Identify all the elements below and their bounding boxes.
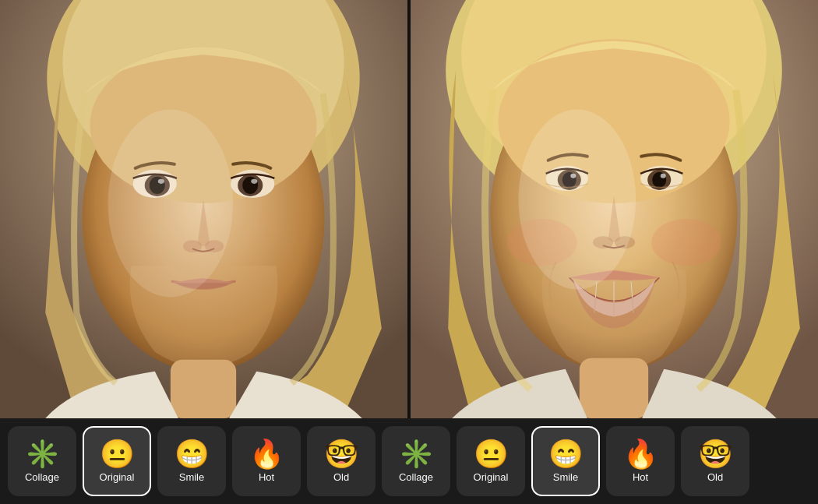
toolbar-item-smile-r[interactable]: 😁Smile	[531, 426, 600, 496]
toolbar-item-emoji: 🔥	[249, 440, 284, 468]
toolbar-item-emoji: 😐	[474, 440, 509, 468]
svg-rect-39	[580, 358, 648, 418]
toolbar: ✳️Collage😐Original😁Smile🔥Hot🤓Old✳️Collag…	[0, 418, 818, 504]
svg-point-17	[108, 110, 234, 298]
toolbar-item-emoji: 😁	[548, 440, 584, 468]
toolbar-item-label: Collage	[399, 471, 433, 483]
toolbar-item-label: Old	[707, 471, 723, 483]
toolbar-item-label: Old	[333, 471, 349, 483]
toolbar-item-original-r[interactable]: 😐Original	[457, 426, 525, 496]
images-container	[0, 0, 818, 418]
svg-point-40	[519, 110, 636, 290]
toolbar-item-emoji: ✳️	[25, 440, 60, 468]
svg-point-12	[242, 177, 258, 194]
toolbar-item-emoji: ✳️	[399, 440, 434, 468]
toolbar-item-emoji: 🤓	[324, 440, 359, 468]
toolbar-item-label: Hot	[633, 471, 648, 483]
toolbar-item-original-l[interactable]: 😐Original	[83, 426, 151, 496]
toolbar-item-label: Original	[100, 471, 135, 483]
toolbar-item-label: Smile	[553, 471, 579, 483]
toolbar-item-hot-l[interactable]: 🔥Hot	[232, 426, 301, 496]
svg-point-25	[651, 219, 721, 266]
toolbar-item-hot-r[interactable]: 🔥Hot	[606, 426, 675, 496]
toolbar-item-label: Hot	[259, 471, 274, 483]
svg-point-13	[251, 179, 257, 184]
toolbar-item-old-l[interactable]: 🤓Old	[307, 426, 376, 496]
toolbar-item-label: Original	[474, 471, 509, 483]
right-image-panel	[411, 0, 818, 418]
toolbar-item-emoji: 😁	[175, 440, 210, 468]
toolbar-item-old-r[interactable]: 🤓Old	[681, 426, 749, 496]
svg-rect-16	[171, 360, 236, 418]
toolbar-item-emoji: 🔥	[623, 440, 658, 468]
toolbar-item-collage-r[interactable]: ✳️Collage	[382, 426, 450, 496]
toolbar-item-emoji: 🤓	[698, 440, 733, 468]
toolbar-item-emoji: 😐	[100, 440, 135, 468]
toolbar-item-smile-l[interactable]: 😁Smile	[157, 426, 226, 496]
svg-point-33	[661, 174, 666, 178]
toolbar-item-label: Collage	[25, 471, 59, 483]
left-image-panel	[0, 0, 407, 418]
toolbar-item-label: Smile	[179, 471, 205, 483]
toolbar-item-collage-l[interactable]: ✳️Collage	[8, 426, 76, 496]
